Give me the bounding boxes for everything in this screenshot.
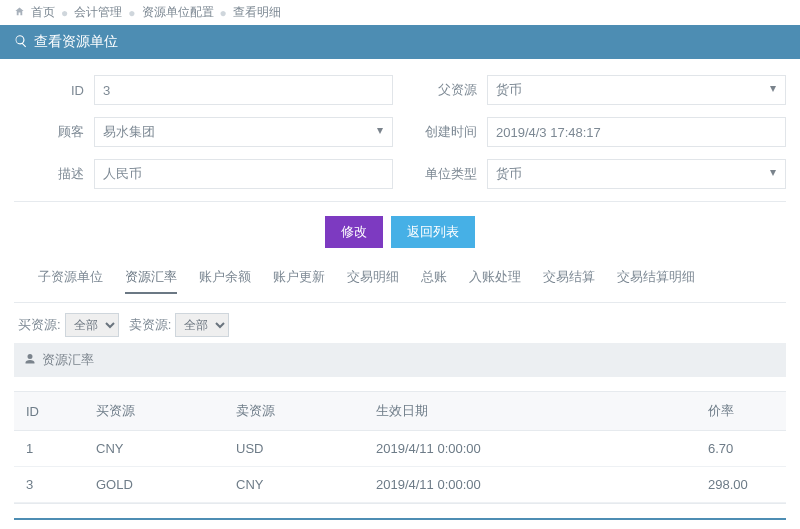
tab-settlement-detail[interactable]: 交易结算明细: [617, 268, 695, 294]
buy-resource-filter-label: 买资源:: [18, 316, 61, 334]
cell-date: 2019/4/11 0:00:00: [364, 467, 696, 503]
bottom-accent-rule: [14, 518, 786, 520]
action-bar: 修改 返回列表: [14, 201, 786, 258]
tab-child-resource[interactable]: 子资源单位: [38, 268, 103, 294]
breadcrumb-l3[interactable]: 查看明细: [233, 4, 281, 21]
tab-resource-rate[interactable]: 资源汇率: [125, 268, 177, 294]
tab-account-balance[interactable]: 账户余额: [199, 268, 251, 294]
breadcrumb-l1[interactable]: 会计管理: [74, 4, 122, 21]
customer-label: 顾客: [14, 123, 94, 141]
table-row[interactable]: 3 GOLD CNY 2019/4/11 0:00:00 298.00: [14, 467, 786, 503]
description-label: 描述: [14, 165, 94, 183]
rate-table: ID 买资源 卖资源 生效日期 价率 1 CNY USD 2019/4/11 0…: [14, 391, 786, 504]
cell-date: 2019/4/11 0:00:00: [364, 431, 696, 467]
col-id: ID: [14, 392, 84, 431]
tab-ledger[interactable]: 总账: [421, 268, 447, 294]
cell-buy: GOLD: [84, 467, 224, 503]
page-title-bar: 查看资源单位: [0, 25, 800, 59]
breadcrumb-l2[interactable]: 资源单位配置: [142, 4, 214, 21]
unit-type-select[interactable]: [487, 159, 786, 189]
sell-resource-filter-label: 卖资源:: [129, 316, 172, 334]
home-icon: [14, 6, 25, 20]
tab-account-update[interactable]: 账户更新: [273, 268, 325, 294]
page-title: 查看资源单位: [34, 33, 118, 51]
buy-resource-filter[interactable]: 全部: [65, 313, 119, 337]
tab-trade-detail[interactable]: 交易明细: [347, 268, 399, 294]
breadcrumb: 首页 ● 会计管理 ● 资源单位配置 ● 查看明细: [0, 0, 800, 25]
cell-rate: 298.00: [696, 467, 786, 503]
breadcrumb-sep: ●: [61, 6, 68, 20]
section-title: 资源汇率: [42, 351, 94, 369]
tab-settlement[interactable]: 交易结算: [543, 268, 595, 294]
table-row[interactable]: 1 CNY USD 2019/4/11 0:00:00 6.70: [14, 431, 786, 467]
cell-buy: CNY: [84, 431, 224, 467]
tab-posting[interactable]: 入账处理: [469, 268, 521, 294]
description-field[interactable]: [94, 159, 393, 189]
id-label: ID: [14, 83, 94, 98]
col-buy: 买资源: [84, 392, 224, 431]
col-date: 生效日期: [364, 392, 696, 431]
modify-button[interactable]: 修改: [325, 216, 383, 248]
unit-type-label: 单位类型: [407, 165, 487, 183]
cell-rate: 6.70: [696, 431, 786, 467]
parent-resource-select[interactable]: [487, 75, 786, 105]
table-header-row: ID 买资源 卖资源 生效日期 价率: [14, 392, 786, 431]
breadcrumb-sep: ●: [220, 6, 227, 20]
back-to-list-button[interactable]: 返回列表: [391, 216, 475, 248]
user-icon: [24, 353, 36, 368]
search-icon: [14, 34, 28, 51]
breadcrumb-home[interactable]: 首页: [31, 4, 55, 21]
customer-select[interactable]: [94, 117, 393, 147]
cell-id: 1: [14, 431, 84, 467]
parent-resource-label: 父资源: [407, 81, 487, 99]
breadcrumb-sep: ●: [128, 6, 135, 20]
created-time-field[interactable]: [487, 117, 786, 147]
cell-sell: USD: [224, 431, 364, 467]
cell-id: 3: [14, 467, 84, 503]
section-header: 资源汇率: [14, 343, 786, 377]
detail-form: ID 父资源 顾客 创建时间 描述 单位类型: [0, 59, 800, 189]
id-field[interactable]: [94, 75, 393, 105]
col-sell: 卖资源: [224, 392, 364, 431]
sell-resource-filter[interactable]: 全部: [175, 313, 229, 337]
created-time-label: 创建时间: [407, 123, 487, 141]
cell-sell: CNY: [224, 467, 364, 503]
sub-tabs: 子资源单位 资源汇率 账户余额 账户更新 交易明细 总账 入账处理 交易结算 交…: [14, 258, 786, 303]
filter-bar: 买资源: 全部 卖资源: 全部: [0, 303, 800, 343]
col-rate: 价率: [696, 392, 786, 431]
